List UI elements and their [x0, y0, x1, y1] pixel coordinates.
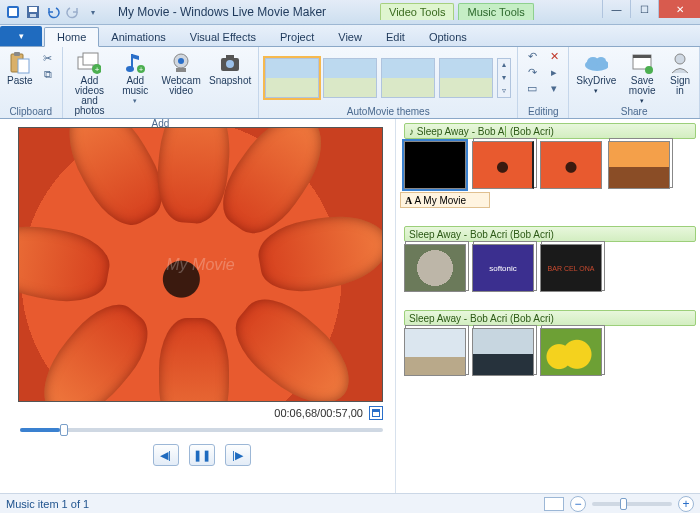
preview-monitor[interactable]: My Movie — [18, 127, 383, 402]
group-label-clipboard: Clipboard — [4, 106, 58, 118]
automovie-theme-4[interactable] — [439, 58, 493, 98]
automovie-theme-3[interactable] — [381, 58, 435, 98]
svg-rect-25 — [633, 55, 651, 58]
paste-icon — [8, 51, 32, 75]
music-track-1[interactable]: ♪ Sleep Away - Bob Ac (Bob Acri) — [404, 123, 696, 139]
rotate-left-icon[interactable]: ↶ — [522, 49, 542, 64]
clip-softonic[interactable]: softonic — [472, 244, 534, 292]
svg-point-19 — [226, 60, 234, 68]
add-videos-photos-button[interactable]: + Add videos and photos — [67, 49, 113, 118]
music-track-3[interactable]: Sleep Away - Bob Acri (Bob Acri) — [404, 310, 696, 326]
webcam-icon — [169, 51, 193, 75]
automovie-gallery-more[interactable]: ▴▾▿ — [497, 58, 511, 98]
seek-thumb[interactable] — [60, 424, 68, 436]
undo-icon[interactable] — [44, 3, 62, 21]
copy-icon[interactable]: ⧉ — [38, 67, 58, 82]
group-add: + Add videos and photos + Add music ▾ We… — [63, 47, 260, 118]
minimize-button[interactable]: — — [602, 0, 630, 18]
view-toggle-button[interactable] — [544, 497, 564, 511]
svg-text:+: + — [95, 65, 100, 74]
storyboard-row-1: ♪ Sleep Away - Bob Ac (Bob Acri) A A My … — [400, 123, 696, 208]
clip-tulips[interactable] — [540, 328, 602, 376]
dropdown-caret-icon: ▾ — [594, 87, 598, 94]
ribbon: Paste ✂ ⧉ Clipboard + Add videos and pho… — [0, 47, 700, 119]
context-tab-video-tools[interactable]: Video Tools — [380, 3, 454, 20]
save-icon[interactable] — [24, 3, 42, 21]
playback-time: 00:06,68/00:57,00 — [274, 407, 363, 419]
automovie-theme-1[interactable] — [265, 58, 319, 98]
caption-clip[interactable]: A A My Movie — [400, 192, 490, 208]
clip-flower-2[interactable] — [540, 141, 602, 189]
svg-rect-20 — [226, 55, 234, 59]
title-bar: ▾ My Movie - Windows Live Movie Maker Vi… — [0, 0, 700, 25]
paste-button[interactable]: Paste — [4, 49, 36, 88]
tab-home[interactable]: Home — [44, 27, 99, 47]
seek-bar[interactable] — [18, 424, 385, 436]
tab-animations[interactable]: Animations — [99, 28, 177, 46]
file-menu-button[interactable]: ▾ — [0, 26, 42, 46]
tab-options[interactable]: Options — [417, 28, 479, 46]
zoom-slider[interactable] — [592, 502, 672, 506]
select-all-icon[interactable]: ▭ — [522, 81, 542, 96]
dropdown-caret-icon: ▾ — [133, 97, 137, 104]
clip-barcelona[interactable]: BAR CEL ONA — [540, 244, 602, 292]
edit-tool-3-icon[interactable]: ▾ — [544, 81, 564, 96]
zoom-thumb[interactable] — [620, 498, 627, 510]
svg-point-27 — [675, 54, 685, 64]
group-share: SkyDrive▾ Save movie▾ Sign in Share — [569, 47, 700, 118]
group-label-automovie: AutoMovie themes — [263, 106, 513, 118]
prev-frame-button[interactable]: ◀| — [153, 444, 179, 466]
svg-rect-3 — [29, 7, 37, 12]
rotate-right-icon[interactable]: ↷ — [522, 65, 542, 80]
snapshot-button[interactable]: Snapshot — [206, 49, 254, 88]
storyboard[interactable]: ♪ Sleep Away - Bob Ac (Bob Acri) A A My … — [395, 119, 700, 493]
ribbon-tabstrip: ▾ Home Animations Visual Effects Project… — [0, 25, 700, 47]
maximize-button[interactable]: ☐ — [630, 0, 658, 18]
svg-point-12 — [126, 66, 134, 72]
automovie-theme-2[interactable] — [323, 58, 377, 98]
svg-rect-1 — [9, 8, 17, 16]
status-text: Music item 1 of 1 — [6, 498, 89, 510]
wlmm-menu-icon[interactable] — [4, 3, 22, 21]
clip-koala[interactable] — [404, 244, 466, 292]
clip-desert[interactable] — [608, 141, 670, 189]
next-frame-button[interactable]: |▶ — [225, 444, 251, 466]
tab-project[interactable]: Project — [268, 28, 326, 46]
clip-desks[interactable] — [472, 328, 534, 376]
edit-tool-2-icon[interactable]: ▸ — [544, 65, 564, 80]
svg-rect-4 — [30, 14, 36, 17]
clip-title[interactable] — [404, 141, 466, 189]
qat-customize-icon[interactable]: ▾ — [84, 3, 102, 21]
context-tab-music-tools[interactable]: Music Tools — [458, 3, 533, 20]
cut-icon[interactable]: ✂ — [38, 51, 58, 66]
clip-office[interactable] — [404, 328, 466, 376]
redo-icon[interactable] — [64, 3, 82, 21]
play-pause-button[interactable]: ❚❚ — [189, 444, 215, 466]
group-clipboard: Paste ✂ ⧉ Clipboard — [0, 47, 63, 118]
add-music-button[interactable]: + Add music ▾ — [114, 49, 156, 106]
tab-edit[interactable]: Edit — [374, 28, 417, 46]
storyboard-row-3: Sleep Away - Bob Acri (Bob Acri) — [400, 310, 696, 376]
skydrive-button[interactable]: SkyDrive▾ — [573, 49, 619, 96]
workspace: My Movie 00:06,68/00:57,00 ◀| ❚❚ |▶ ♪ Sl… — [0, 119, 700, 493]
dropdown-caret-icon: ▾ — [640, 97, 644, 104]
music-note-icon: + — [123, 51, 147, 75]
delete-icon[interactable]: ✕ — [544, 49, 564, 64]
save-movie-icon — [630, 51, 654, 75]
zoom-in-button[interactable]: + — [678, 496, 694, 512]
fullscreen-button[interactable] — [369, 406, 383, 420]
close-button[interactable]: ✕ — [658, 0, 700, 18]
tab-visual-effects[interactable]: Visual Effects — [178, 28, 268, 46]
sign-in-icon — [668, 51, 692, 75]
add-media-icon: + — [77, 51, 101, 75]
tab-view[interactable]: View — [326, 28, 374, 46]
skydrive-icon — [584, 51, 608, 75]
clip-flower[interactable] — [472, 141, 534, 189]
music-track-2[interactable]: Sleep Away - Bob Acri (Bob Acri) — [404, 226, 696, 242]
webcam-video-button[interactable]: Webcam video — [158, 49, 204, 98]
save-movie-button[interactable]: Save movie▾ — [621, 49, 663, 106]
zoom-out-button[interactable]: − — [570, 496, 586, 512]
svg-text:+: + — [139, 66, 143, 73]
sign-in-button[interactable]: Sign in — [665, 49, 695, 98]
window-title: My Movie - Windows Live Movie Maker — [118, 5, 326, 19]
